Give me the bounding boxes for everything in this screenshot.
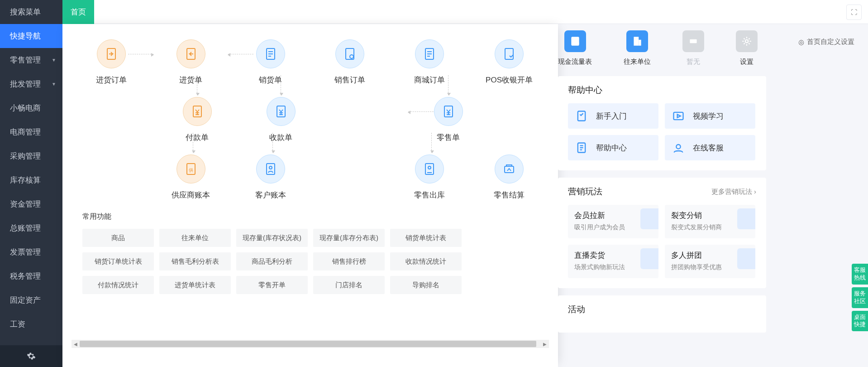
more-link[interactable]: 更多营销玩法 › (711, 188, 756, 196)
sidebar-label: 固定资产 (10, 295, 41, 305)
horizontal-scrollbar[interactable]: ◀ ▶ (72, 340, 549, 348)
flow-node-retail-out[interactable]: 零售出库 (390, 155, 469, 200)
flow-node-pos[interactable]: POS收银开单 (469, 39, 549, 85)
flow-node-sales-order[interactable]: 销售订单 (310, 39, 390, 85)
quickicon-settings[interactable]: 设置 (736, 30, 758, 66)
common-btn[interactable]: 现存量(库存分布表) (313, 229, 385, 247)
badge-desktop[interactable]: 桌面快捷 (852, 311, 868, 332)
flow-label: 付款单 (186, 132, 209, 143)
custom-homepage-link[interactable]: ◎ 首页自定义设置 (798, 38, 854, 46)
flow-node-receipt[interactable]: 收款单 (239, 97, 323, 143)
quickicon-empty[interactable]: 暂无 (682, 30, 704, 66)
sidebar-item-tax[interactable]: 税务管理 (0, 264, 62, 288)
help-btn-center[interactable]: 帮助中心 (568, 135, 658, 160)
flow-node-sales-bill[interactable]: 销货单 (231, 39, 310, 85)
svg-point-22 (745, 40, 749, 43)
common-btn[interactable]: 付款情况统计 (82, 276, 154, 294)
topbar: 首页 ⛶ (62, 0, 868, 24)
sidebar-item-ecommerce[interactable]: 电商管理 (0, 120, 62, 144)
checklist-icon (256, 39, 285, 68)
flow-node-purchase-order[interactable]: 进货订单 (72, 39, 151, 85)
flow-node-retail-bill[interactable]: 零售单 (406, 97, 490, 143)
flow-label: 零售结算 (494, 190, 525, 200)
panel-title-text: 活动 (568, 304, 585, 315)
money-icon (183, 97, 212, 126)
sidebar-item-inventory[interactable]: 库存核算 (0, 168, 62, 192)
common-btn[interactable]: 销售排行榜 (313, 252, 385, 270)
flow-label: 供应商账本 (172, 190, 210, 200)
flow-label: 进货订单 (96, 75, 127, 85)
sidebar-item-assets[interactable]: 固定资产 (0, 288, 62, 312)
sidebar-settings-button[interactable] (0, 345, 62, 367)
common-btn[interactable]: 销货订单统计表 (82, 252, 154, 270)
flow-node-mall-order[interactable]: 商城订单 (390, 39, 469, 85)
sidebar-item-xiaochang[interactable]: 小畅电商 (0, 96, 62, 120)
settlement-icon (495, 155, 524, 184)
customer-icon (256, 155, 285, 184)
sidebar: 搜索菜单 快捷导航 零售管理▼ 批发管理▼ 小畅电商 电商管理 采购管理 库存核… (0, 0, 62, 367)
card-bg-icon (737, 248, 755, 269)
sidebar-item-search[interactable]: 搜索菜单 (0, 0, 62, 24)
common-btn[interactable]: 现存量(库存状况表) (236, 229, 308, 247)
quickicon-partner[interactable]: 往来单位 (624, 30, 651, 66)
flow-node-retail-settle[interactable]: 零售结算 (469, 155, 549, 200)
flow-label: 销货单 (259, 75, 282, 85)
tab-home[interactable]: 首页 (62, 0, 94, 24)
badge-community[interactable]: 服务社区 (852, 287, 868, 308)
sidebar-item-purchase[interactable]: 采购管理 (0, 144, 62, 168)
sidebar-item-retail[interactable]: 零售管理▼ (0, 48, 62, 72)
marketing-card[interactable]: 直播卖货场景式购物新玩法 (568, 245, 658, 278)
fullscreen-button[interactable]: ⛶ (846, 5, 862, 20)
sidebar-label: 发票管理 (10, 247, 41, 257)
help-btn-video[interactable]: 视频学习 (665, 103, 755, 129)
help-label: 新手入门 (596, 111, 627, 121)
badge-hotline[interactable]: 客服热线 (852, 264, 868, 285)
sidebar-item-invoice[interactable]: 发票管理 (0, 240, 62, 264)
scroll-track[interactable] (80, 340, 541, 348)
sidebar-label: 批发管理 (10, 79, 41, 89)
sidebar-label: 电商管理 (10, 127, 41, 137)
common-btn[interactable]: 往来单位 (159, 229, 231, 247)
flow-node-customer-book[interactable]: 客户账本 (231, 155, 310, 200)
sidebar-item-wholesale[interactable]: 批发管理▼ (0, 72, 62, 96)
sidebar-item-salary[interactable]: 工资 (0, 312, 62, 336)
help-btn-newbie[interactable]: 新手入门 (568, 103, 658, 129)
sidebar-item-funds[interactable]: 资金管理 (0, 192, 62, 216)
chevron-down-icon: ▼ (52, 82, 56, 87)
common-btn[interactable]: 商品毛利分析 (236, 252, 308, 270)
scroll-thumb[interactable] (80, 341, 536, 347)
marketing-card[interactable]: 多人拼团拼团购物享受优惠 (665, 245, 755, 278)
scroll-left-icon[interactable]: ◀ (72, 340, 80, 348)
common-btn[interactable]: 导购排名 (390, 276, 462, 294)
flow-node-payment[interactable]: 付款单 (155, 97, 239, 143)
gear-icon (27, 352, 36, 361)
common-btn[interactable]: 商品 (82, 229, 154, 247)
common-btn[interactable]: 收款情况统计 (390, 252, 462, 270)
scroll-right-icon[interactable]: ▶ (541, 340, 549, 348)
sidebar-item-ledger[interactable]: 总账管理 (0, 216, 62, 240)
help-panel: 帮助中心 新手入门 视频学习 帮助中心 在线客服 (558, 76, 766, 170)
marketing-card[interactable]: 会员拉新吸引用户成为会员 (568, 205, 658, 238)
clipboard-icon (575, 110, 588, 122)
common-btn[interactable]: 销货单统计表 (390, 229, 462, 247)
common-btn[interactable]: 门店排名 (313, 276, 385, 294)
document-icon (575, 141, 588, 154)
common-btn[interactable]: 零售开单 (236, 276, 308, 294)
quickicon-cashflow[interactable]: 现金流量表 (558, 30, 592, 66)
expand-icon: ⛶ (851, 9, 857, 16)
common-btn[interactable]: 进货单统计表 (159, 276, 231, 294)
right-column: ◎ 首页自定义设置 现金流量表 往来单位 暂无 设置 帮助中心 新手入门 视频学… (558, 24, 863, 340)
sidebar-item-quicknav[interactable]: 快捷导航 (0, 24, 62, 48)
money-icon (434, 97, 463, 126)
flow-node-supplier-book[interactable]: 供 供应商账本 (151, 155, 231, 200)
flow-label: 零售单 (437, 132, 460, 143)
common-btn[interactable]: 销售毛利分析表 (159, 252, 231, 270)
gear-icon (736, 30, 758, 52)
flow-node-purchase-bill[interactable]: 进货单 (151, 39, 231, 85)
common-functions-title: 常用功能 (82, 212, 549, 222)
marketing-card[interactable]: 裂变分销裂变式发展分销商 (665, 205, 755, 238)
help-btn-support[interactable]: 在线客服 (665, 135, 755, 160)
svg-rect-21 (690, 39, 696, 43)
quickicon-label: 现金流量表 (558, 58, 592, 66)
outbound-icon (415, 155, 444, 184)
